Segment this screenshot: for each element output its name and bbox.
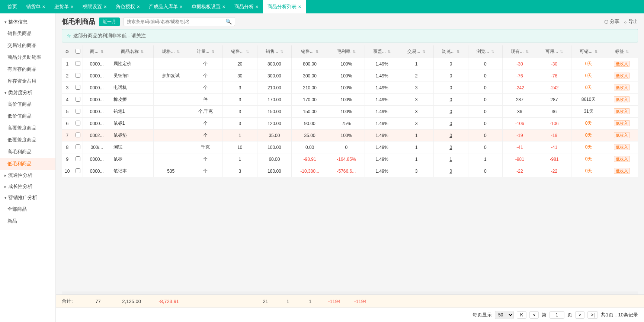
sidebar-item-high-coverage[interactable]: 高覆盖度商品 (0, 122, 55, 134)
col-code[interactable]: 商... ⇅ (83, 45, 111, 58)
prev-page-button[interactable]: < (529, 311, 539, 319)
row-view1[interactable]: 0 (433, 106, 468, 118)
sidebar-group-growth[interactable]: ▸ 成长性分析 (0, 181, 55, 192)
row-available: -76 (537, 70, 571, 82)
sidebar-group-circulation[interactable]: ▸ 流通性分析 (0, 170, 55, 181)
horizontal-scrollbar[interactable] (62, 291, 638, 294)
sidebar-item-high-margin[interactable]: 高毛利商品 (0, 146, 55, 158)
page-number-input[interactable] (550, 311, 564, 319)
row-checkbox[interactable] (73, 70, 83, 82)
row-view1[interactable]: 0 (433, 141, 468, 153)
sidebar-group-overall[interactable]: ▾ 整体信息 (0, 16, 55, 28)
close-icon[interactable]: ✕ (298, 4, 301, 9)
sidebar-item-stocked-goods[interactable]: 有库存的商品 (0, 63, 55, 75)
nav-product-warehouse[interactable]: 产成品入库单 ✕ (144, 0, 187, 13)
col-coverage[interactable]: 覆盖... ⇅ (365, 45, 399, 58)
col-gross-margin[interactable]: 毛利率 ⇅ (328, 45, 365, 58)
close-icon[interactable]: ✕ (70, 4, 74, 9)
col-unit[interactable]: 计量... ⇅ (188, 45, 223, 58)
row-checkbox[interactable] (73, 141, 83, 153)
col-transaction[interactable]: 交易... ⇅ (399, 45, 434, 58)
row-view1[interactable]: 0 (433, 70, 468, 82)
nav-purchase-order[interactable]: 进货单 ✕ (50, 0, 78, 13)
row-view1[interactable]: 0 (433, 58, 468, 70)
nav-goods-analysis-list[interactable]: 商品分析列表 ✕ (263, 0, 306, 13)
row-tag: 低收入 (606, 130, 638, 141)
row-current-stock: -19 (503, 130, 537, 141)
per-page-select[interactable]: 50 100 (495, 311, 514, 319)
close-icon[interactable]: ✕ (137, 4, 140, 9)
sidebar-item-low-value[interactable]: 低价值商品 (0, 110, 55, 122)
col-sales-profit[interactable]: 销售... ⇅ (292, 45, 328, 58)
close-icon[interactable]: ✕ (179, 4, 183, 9)
row-tag: 低收入 (606, 153, 638, 165)
row-spec: 535 (153, 165, 188, 177)
close-icon[interactable]: ✕ (103, 4, 107, 9)
col-current-stock[interactable]: 现有... ⇅ (503, 45, 537, 58)
main-layout: ▾ 整体信息 销售类商品 交易过的商品 商品分类助销率 有库存的商品 库存资金占… (0, 13, 644, 322)
sidebar-group-analysis[interactable]: ▾ 类射度分析 (0, 87, 55, 98)
row-view1[interactable]: 1 (433, 153, 468, 165)
export-button[interactable]: ⬦ 导出 (624, 18, 638, 25)
filter-recent-month-button[interactable]: 近一月 (99, 17, 120, 26)
col-view1[interactable]: 浏览... ⇅ (433, 45, 468, 58)
page-suffix: 页 (567, 312, 572, 318)
nav-template-settings[interactable]: 单据模板设置 ✕ (187, 0, 230, 13)
row-checkbox[interactable] (73, 106, 83, 118)
nav-home[interactable]: 首页 (3, 0, 22, 13)
close-icon[interactable]: ✕ (42, 4, 45, 9)
first-page-button[interactable]: K (517, 311, 526, 319)
search-icon[interactable]: 🔍 (225, 19, 232, 25)
table-row: 10 0000... 笔记本 535 个 3 180.00 -10,380...… (62, 165, 638, 177)
row-checkbox[interactable] (73, 118, 83, 130)
row-checkbox[interactable] (73, 94, 83, 106)
close-icon[interactable]: ✕ (255, 4, 259, 9)
col-spec[interactable]: 规格... ⇅ (153, 45, 188, 58)
row-checkbox[interactable] (73, 165, 83, 177)
row-index: 5 (62, 106, 73, 118)
row-view1[interactable]: 0 (433, 130, 468, 141)
next-page-button[interactable]: > (575, 311, 584, 319)
goods-table: ⚙ 商... ⇅ 商品名称 ⇅ 规格... ⇅ 计量... ⇅ 销售... ⇅ … (62, 45, 638, 177)
col-settings[interactable]: ⚙ (62, 45, 73, 58)
sidebar-item-category-rate[interactable]: 商品分类助销率 (0, 51, 55, 63)
col-saleable[interactable]: 可销... ⇅ (571, 45, 606, 58)
row-gross-margin: 100% (328, 106, 365, 118)
col-view2[interactable]: 浏览... ⇅ (468, 45, 503, 58)
nav-goods-analysis[interactable]: 商品分析 ✕ (230, 0, 263, 13)
row-sales-qty: 1 (223, 130, 257, 141)
row-view1[interactable]: 0 (433, 165, 468, 177)
select-all-checkbox[interactable] (76, 49, 80, 54)
row-view1[interactable]: 0 (433, 94, 468, 106)
row-checkbox[interactable] (73, 58, 83, 70)
sidebar-item-low-margin[interactable]: 低毛利商品 (0, 158, 55, 170)
sidebar-item-new-goods[interactable]: 新品 (0, 215, 55, 227)
sidebar-item-sales-goods[interactable]: 销售类商品 (0, 28, 55, 39)
col-available[interactable]: 可用... ⇅ (537, 45, 571, 58)
close-icon[interactable]: ✕ (222, 4, 225, 9)
row-checkbox[interactable] (73, 130, 83, 141)
nav-role-auth[interactable]: 角色授权 ✕ (111, 0, 144, 13)
row-view1[interactable]: 0 (433, 118, 468, 130)
col-name[interactable]: 商品名称 ⇅ (111, 45, 153, 58)
nav-permissions[interactable]: 权限设置 ✕ (78, 0, 111, 13)
share-button[interactable]: ⬡ 分享 (604, 18, 619, 25)
row-transaction: 3 (399, 94, 434, 106)
row-checkbox[interactable] (73, 82, 83, 94)
sidebar-item-all-goods[interactable]: 全部商品 (0, 203, 55, 215)
nav-sales-order[interactable]: 销货单 ✕ (22, 0, 50, 13)
sidebar-item-low-coverage[interactable]: 低覆盖度商品 (0, 134, 55, 146)
table-header-row: ⚙ 商... ⇅ 商品名称 ⇅ 规格... ⇅ 计量... ⇅ 销售... ⇅ … (62, 45, 638, 58)
search-input[interactable] (127, 19, 223, 24)
col-tag[interactable]: 标签 ⇅ (606, 45, 638, 58)
sidebar-item-high-value[interactable]: 高价值商品 (0, 98, 55, 110)
sidebar-group-marketing[interactable]: ▾ 营销推广分析 (0, 192, 55, 203)
col-sales-qty[interactable]: 销售... ⇅ (223, 45, 257, 58)
col-sales-amount[interactable]: 销售... ⇅ (257, 45, 292, 58)
row-checkbox[interactable] (73, 153, 83, 165)
row-view2: 0 (468, 165, 503, 177)
last-page-button[interactable]: >| (587, 311, 598, 319)
sidebar-item-inventory-capital[interactable]: 库存资金占用 (0, 75, 55, 87)
sidebar-item-traded-goods[interactable]: 交易过的商品 (0, 39, 55, 51)
row-view1[interactable]: 0 (433, 82, 468, 94)
